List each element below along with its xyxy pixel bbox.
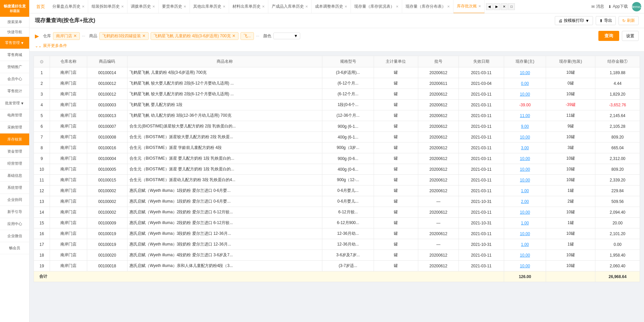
cell-qty-main[interactable]: 10.00	[504, 228, 546, 239]
cell-name: 飞鹤星飞帆 儿童奶粉 4段(3-6岁适用) 700克	[127, 67, 322, 78]
tab-close-7[interactable]: ✕	[344, 5, 347, 8]
sidebar-item-operations[interactable]: 经营管理	[0, 158, 29, 170]
tab-close-3[interactable]: ✕	[183, 5, 186, 8]
tab-other-out[interactable]: 其他出库单历史 ✕	[190, 0, 229, 13]
tab-transfer[interactable]: 调拨单历史 ✕	[127, 0, 159, 13]
tab-close-9[interactable]: ✕	[447, 5, 450, 8]
export-button[interactable]: ⬆ 导出	[596, 16, 616, 25]
tab-close-10[interactable]: ✕	[478, 4, 481, 8]
tab-inventory-history[interactable]: 分量盘点单历史 ✕	[49, 0, 88, 13]
warehouse-remove-btn[interactable]: ✕	[73, 34, 77, 38]
cell-qty-main[interactable]: 10.00	[504, 261, 546, 271]
cell-spec: (12-36个月...	[322, 110, 374, 121]
tab-close-8[interactable]: ✕	[396, 5, 398, 8]
cell-qty-main[interactable]: 10.00	[504, 175, 546, 185]
avatar[interactable]: demo2	[632, 2, 641, 11]
cell-qty-main[interactable]: 2.00	[504, 196, 546, 207]
product-tag-more[interactable]: 飞...	[240, 32, 254, 40]
sidebar-item-vip[interactable]: 畅会员	[0, 242, 29, 254]
tab-prev-btn[interactable]: ◀	[486, 3, 493, 10]
sidebar-item-retail[interactable]: 零售管理 ▼	[0, 37, 29, 49]
tab-product-in[interactable]: 产成品入库单历史 ✕	[268, 0, 312, 13]
template-print-button[interactable]: 🖨 按模板打印 ▼	[555, 16, 593, 25]
cell-qty-main[interactable]: 10.00	[504, 89, 546, 100]
expand-more-btn[interactable]: ⌄⌄ 展开更多条件	[35, 43, 639, 49]
sidebar-item-member[interactable]: 会员中心	[0, 73, 29, 85]
sidebar-item-basic[interactable]: 基础信息	[0, 170, 29, 182]
cell-qty-main[interactable]: 11.00	[504, 110, 546, 121]
cell-qty-main[interactable]: 10.00	[504, 207, 546, 218]
cell-name: 飞鹤星飞帆 较大婴儿配方奶粉 2段(6-12个月婴幼儿适用) ...	[127, 89, 322, 100]
cell-num: 11	[34, 175, 50, 185]
warehouse-more[interactable]: ···	[82, 34, 85, 38]
tab-next-btn[interactable]: ▶	[493, 3, 500, 10]
tab-close-all-btn[interactable]: ✕	[501, 3, 507, 10]
warehouse-tag[interactable]: 南岸门店 ✕	[53, 32, 80, 40]
cell-spec: 6-12月900...	[322, 218, 374, 228]
sidebar-item-marketing[interactable]: 营销推广	[0, 61, 29, 73]
tab-close-5[interactable]: ✕	[262, 5, 265, 8]
refresh-button[interactable]: ↻ 刷新	[619, 16, 639, 25]
cell-warehouse: 南岸门店	[50, 89, 87, 100]
tab-expand-btn[interactable]: □	[508, 3, 515, 10]
tab-close-0[interactable]: ✕	[82, 5, 85, 8]
tab-cost-adj[interactable]: 成本调整单历史 ✕	[312, 0, 351, 13]
gear-icon[interactable]: ⚙	[40, 59, 44, 64]
sidebar-item-wechat[interactable]: 企业微信	[0, 230, 29, 242]
cell-num: 8	[34, 143, 50, 153]
tab-home[interactable]: 首页	[32, 4, 49, 10]
settings-button[interactable]: 设置	[622, 31, 639, 41]
cell-qty-main[interactable]: 10.00	[504, 153, 546, 164]
tab-close-2[interactable]: ✕	[152, 5, 155, 8]
cell-qty-main[interactable]: 10.00	[504, 164, 546, 175]
search-menu[interactable]: 搜索菜单	[0, 17, 29, 28]
sidebar-item-guide[interactable]: 新手引导	[0, 206, 29, 218]
cell-qty-main[interactable]: 1.00	[504, 239, 546, 250]
cell-qty-main[interactable]: 10.00	[504, 250, 546, 261]
cell-qty-main[interactable]: 10.00	[504, 67, 546, 78]
sidebar-item-stats[interactable]: 零售统计	[0, 85, 29, 97]
cell-warehouse: 南岸门店	[50, 132, 87, 143]
tab-stock-status[interactable]: 现存量（库存状况表） ✕	[351, 0, 402, 13]
cell-qty-main[interactable]: 1.00	[504, 185, 546, 196]
sidebar-item-shop[interactable]: 零售商城	[0, 49, 29, 61]
sidebar-item-system[interactable]: 系统管理	[0, 182, 29, 194]
cell-qty-main[interactable]: -39.00	[504, 100, 546, 110]
sidebar-item-enterprise[interactable]: 企业协同	[0, 194, 29, 206]
tab-stock-dist[interactable]: 现存量（库存分布表） ✕	[402, 0, 453, 13]
app-download-button[interactable]: ⬇ App下载	[608, 4, 628, 9]
color-dropdown[interactable]: ▼	[273, 33, 300, 39]
sidebar-item-wholesale[interactable]: 批发管理 ▼	[0, 97, 29, 109]
query-button[interactable]: 查询	[598, 31, 619, 41]
tab-assembly[interactable]: 组装拆卸单历史 ✕	[88, 0, 127, 13]
quick-nav[interactable]: 快捷导航	[0, 28, 29, 37]
tab-requisition[interactable]: 要货单历史 ✕	[159, 0, 190, 13]
cell-qty-main[interactable]: 0.00	[504, 78, 546, 89]
product-tag-0-remove[interactable]: ✕	[142, 34, 146, 38]
tab-close-1[interactable]: ✕	[121, 5, 124, 8]
filter-expand-arrow[interactable]: ▶	[35, 33, 39, 39]
sidebar-item-purchase[interactable]: 采购管理	[0, 121, 29, 133]
tab-close-4[interactable]: ✕	[223, 5, 225, 8]
chevron-down-icon: ▼	[585, 18, 589, 23]
cell-code: 00100018	[87, 261, 127, 271]
product-more-dots[interactable]: ···	[256, 34, 259, 38]
product-tag-1[interactable]: 飞鹤星飞帆 儿童奶粉 4段(3-6岁适用) 700克 ✕	[151, 32, 238, 40]
product-tag-0[interactable]: 飞鹤奶粉3段四罐提装 ✕	[99, 32, 149, 40]
message-button[interactable]: ✉ 消息	[591, 4, 604, 9]
cell-qty-main[interactable]: 3.00	[504, 143, 546, 153]
cell-amount: 809.20	[595, 132, 640, 143]
tab-material-out[interactable]: 材料出库单历史 ✕	[229, 0, 268, 13]
cell-qty-main[interactable]: 1.00	[504, 218, 546, 228]
cell-qty-main[interactable]: 10.00	[504, 132, 546, 143]
sidebar-item-apps[interactable]: 应用中心	[0, 218, 29, 230]
sidebar-item-inventory[interactable]: 库存核算	[0, 133, 29, 146]
cell-qty-pkg: -39罐	[546, 100, 595, 110]
sidebar-item-ecommerce[interactable]: 电商管理	[0, 109, 29, 121]
sidebar-item-finance[interactable]: 资金管理	[0, 146, 29, 158]
product-tag-1-remove[interactable]: ✕	[232, 34, 235, 38]
tab-close-6[interactable]: ✕	[305, 5, 308, 8]
tab-stock-batch[interactable]: 库存批次账 ✕	[453, 0, 485, 13]
cell-spec: 12-36月幼...	[322, 228, 374, 239]
cell-qty-main[interactable]: 9.00	[504, 121, 546, 132]
